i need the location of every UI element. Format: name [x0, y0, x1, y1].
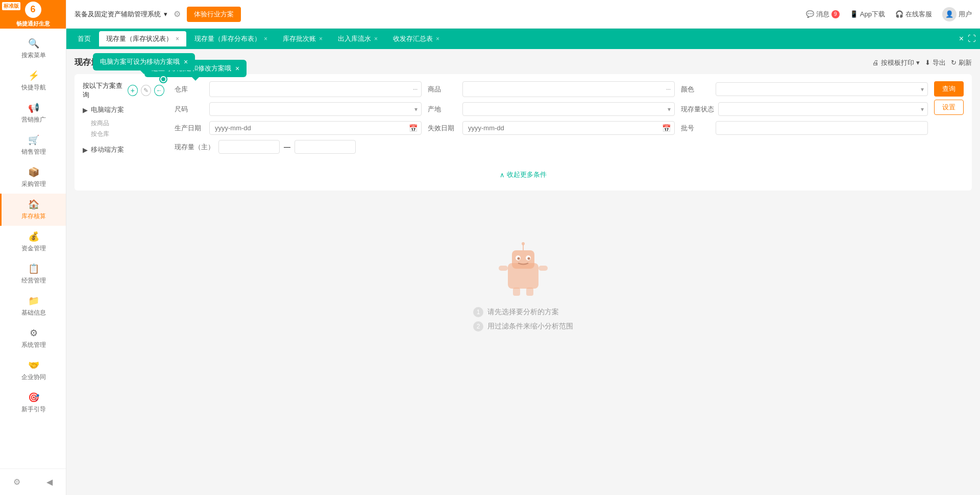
- system-selector[interactable]: 装备及固定资产辅助管理系统 ▾: [75, 10, 167, 19]
- origin-label: 产地: [428, 105, 458, 114]
- stock-status-select[interactable]: [718, 102, 928, 116]
- export-btn[interactable]: ⬇ 导出: [925, 58, 946, 67]
- svg-rect-1: [512, 250, 534, 269]
- industry-btn[interactable]: 体验行业方案: [187, 7, 241, 22]
- user-btn[interactable]: 👤 用户: [942, 7, 972, 21]
- stock-qty-max-input[interactable]: [295, 140, 356, 154]
- filter-row-3: 生产日期 📅 失效日期 📅: [175, 121, 928, 135]
- filter-fields: 仓库 ··· 商品 ···: [175, 81, 928, 159]
- filter-header: 按以下方案查询 + ✎ ← 这里可以创建和修改方案哦 ×: [83, 81, 164, 100]
- filter-row-2: 尺码 ▾ 产地 ▾: [175, 102, 928, 116]
- batch-input[interactable]: [716, 121, 928, 135]
- filter-label: 按以下方案查询: [83, 81, 125, 100]
- size-select[interactable]: [209, 102, 422, 116]
- origin-select[interactable]: [462, 102, 675, 116]
- tab-inout-label: 出入库流水: [338, 34, 371, 43]
- message-btn[interactable]: 💬 消息 9: [806, 10, 840, 19]
- tooltip-close-btn[interactable]: ×: [235, 64, 239, 73]
- scheme-mobile[interactable]: ▶ 移动端方案: [83, 144, 164, 156]
- content-area: 现存量查询(按仓库+商品) 🖨 按模板打印 ▾ ⬇ 导出 ↻ 刷新: [66, 49, 980, 495]
- tab-close-icon[interactable]: ×: [319, 35, 323, 42]
- sidebar-item-marketing[interactable]: 📢 营销推广: [0, 97, 66, 129]
- empty-num-2: 2: [473, 321, 483, 332]
- tab-home[interactable]: 首页: [70, 31, 98, 46]
- filter-field-stock-status: 现存量状态 ▾: [681, 102, 928, 116]
- query-btn[interactable]: 查询: [934, 81, 964, 97]
- tab-stock-dist[interactable]: 现存量（库存分布表） ×: [187, 31, 275, 46]
- logo-tag: 标准版: [2, 2, 20, 10]
- refresh-btn[interactable]: ↻ 刷新: [951, 58, 972, 67]
- expire-date-input[interactable]: [462, 121, 675, 135]
- tab-close-icon[interactable]: ×: [264, 35, 267, 42]
- sidebar-item-search[interactable]: 🔍 搜索菜单: [0, 33, 66, 65]
- color-label: 颜色: [681, 85, 712, 94]
- print-btn[interactable]: 🖨 按模板打印 ▾: [872, 58, 920, 67]
- goods-input-wrap[interactable]: ···: [462, 81, 675, 97]
- scheme-sub-item[interactable]: 按仓库: [91, 129, 164, 139]
- scheme-desktop[interactable]: ▶ 电脑端方案: [83, 104, 164, 116]
- collapse-filter-btn[interactable]: ∧ 收起更多条件: [83, 166, 964, 183]
- message-badge: 9: [831, 10, 840, 18]
- marketing-icon: 📢: [28, 102, 39, 113]
- print-label: 按模板打印: [881, 58, 914, 67]
- stock-qty-min-input[interactable]: [218, 140, 280, 154]
- tab-stock-status[interactable]: 现存量（库存状况表） ×: [99, 31, 186, 46]
- sidebar-item-system[interactable]: ⚙ 系统管理: [0, 322, 66, 355]
- sidebar-item-sales[interactable]: 🛒 销售管理: [0, 129, 66, 161]
- tab-close-icon[interactable]: ×: [374, 35, 378, 42]
- scheme-mobile-label: 移动端方案: [91, 145, 124, 154]
- tooltip-set-mobile-close[interactable]: ×: [184, 58, 188, 66]
- sidebar-item-basic[interactable]: 📁 基础信息: [0, 290, 66, 322]
- expire-date-label: 失效日期: [428, 124, 458, 133]
- sidebar-item-finance[interactable]: 💰 资金管理: [0, 226, 66, 258]
- tab-close-icon[interactable]: ×: [176, 35, 179, 42]
- edit-scheme-btn[interactable]: ✎: [141, 85, 151, 96]
- sidebar-item-label: 系统管理: [21, 341, 46, 349]
- support-btn[interactable]: 🎧 在线客服: [895, 10, 932, 19]
- user-label: 用户: [959, 10, 972, 19]
- empty-hint-1: 1 请先选择要分析的方案: [473, 307, 573, 317]
- sidebar-item-inventory[interactable]: 🏠 库存核算: [0, 194, 66, 226]
- tab-batch[interactable]: 库存批次账 ×: [276, 31, 330, 46]
- header-right: 💬 消息 9 📱 App下载 🎧 在线客服 👤 用户: [806, 7, 972, 21]
- sidebar-item-operations[interactable]: 📋 经营管理: [0, 258, 66, 290]
- tab-maximize-icon[interactable]: ⛶: [968, 34, 976, 43]
- export-icon: ⬇: [925, 59, 930, 66]
- arrow-left-btn[interactable]: ← 这里可以创建和修改方案哦 ×: [154, 85, 164, 96]
- sidebar-footer: ⚙ ◀: [0, 468, 66, 495]
- app-download-btn[interactable]: 📱 App下载: [850, 10, 885, 19]
- tab-close-all-icon[interactable]: ×: [959, 34, 964, 43]
- settings-footer-btn[interactable]: ⚙: [10, 474, 23, 490]
- sidebar-item-newuser[interactable]: 🎯 新手引导: [0, 387, 66, 419]
- add-scheme-btn[interactable]: +: [128, 85, 138, 96]
- quicknav-icon: ⚡: [28, 70, 39, 81]
- settings-btn[interactable]: 设置: [934, 100, 964, 115]
- tab-close-icon[interactable]: ×: [436, 35, 439, 42]
- size-select-wrap: ▾: [209, 102, 422, 116]
- stock-status-label: 现存量状态: [681, 105, 714, 114]
- svg-rect-9: [526, 288, 533, 296]
- phone-icon: 📱: [850, 10, 858, 18]
- query-buttons: 查询 设置: [934, 81, 964, 115]
- logo-subtitle: 畅捷通好生意: [16, 20, 50, 28]
- sidebar-item-label: 资金管理: [21, 244, 46, 253]
- warehouse-input-wrap[interactable]: ···: [209, 81, 422, 97]
- message-label: 消息: [816, 10, 829, 19]
- newuser-icon: 🎯: [28, 392, 39, 403]
- sidebar-item-enterprise[interactable]: 🤝 企业协同: [0, 355, 66, 387]
- collapse-sidebar-btn[interactable]: ◀: [43, 474, 56, 490]
- produce-date-input[interactable]: [209, 121, 422, 135]
- chevron-down-icon: ▾: [164, 10, 167, 18]
- sidebar-item-quicknav[interactable]: ⚡ 快捷导航: [0, 65, 66, 97]
- sidebar-item-purchase[interactable]: 📦 采购管理: [0, 161, 66, 194]
- tab-collect[interactable]: 收发存汇总表 ×: [386, 31, 447, 46]
- color-select[interactable]: [716, 82, 928, 96]
- tab-inout[interactable]: 出入库流水 ×: [331, 31, 385, 46]
- tooltip-set-mobile-content: 电脑方案可设为移动方案哦 ×: [93, 53, 195, 70]
- system-name: 装备及固定资产辅助管理系统: [75, 10, 161, 19]
- scheme-sub-item[interactable]: 按商品: [91, 118, 164, 129]
- filter-field-goods: 商品 ···: [428, 81, 675, 97]
- svg-point-11: [522, 242, 525, 245]
- gear-icon[interactable]: ⚙: [174, 9, 181, 19]
- filter-field-warehouse: 仓库 ···: [175, 81, 422, 97]
